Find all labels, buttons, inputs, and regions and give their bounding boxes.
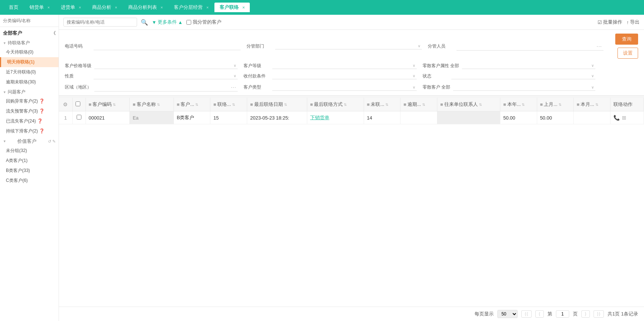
nav-customer-contact[interactable]: 客户联络 × [214,3,250,12]
sort-icon: ⇅ [479,103,482,107]
payment-terms-label: 收付款条件 [244,73,269,79]
page-input[interactable] [556,310,569,318]
td-checkbox[interactable] [72,111,85,124]
department-dropdown[interactable]: ∨ [275,43,422,49]
sidebar-item-overdue-contact[interactable]: 逾期未联络(30) [0,77,59,87]
nav-home[interactable]: 首页 [4,3,24,12]
toolbar-actions: ☑ 批量操作 ↑ 导出 [598,19,640,25]
sort-icon: ⇅ [385,103,388,107]
nav-product-analysis[interactable]: 商品分析 × [87,3,122,12]
collapse-icon[interactable]: 《 [51,30,56,37]
row-checkbox[interactable] [77,115,81,120]
table-body: 1 000021 Ea B类客户 15 2023-05-23 18:25: 下销… [59,111,644,124]
gear-icon: ⚙ [63,101,68,107]
customer-type-dropdown[interactable]: ∨ [272,84,416,91]
manager-input[interactable]: ··· [456,42,603,51]
my-customers-checkbox-label[interactable]: 我分管的客户 [186,19,221,25]
th-current-month: ≡ 本月... ⇅ [574,98,610,111]
sidebar-item-ungrouped[interactable]: 未分组(32) [0,146,59,156]
td-last-method[interactable]: 下销货单 [307,111,364,124]
query-button[interactable]: 查询 [615,34,638,45]
td-code: 000021 [85,111,130,124]
export-button[interactable]: ↑ 导出 [627,19,640,25]
export-icon: ↑ [627,20,629,25]
nav-purchase-order[interactable]: 进货单 × [56,3,86,12]
sidebar-item-class-c[interactable]: C类客户(6) [0,176,59,186]
region-input[interactable]: ··· [94,83,238,92]
group-problem-customers: 问题客户 [0,87,59,96]
next-page-button[interactable]: ⟩ [581,310,590,318]
more-conditions-button[interactable]: ▼ 更多条件 ▲ [152,19,183,25]
close-icon: × [79,5,81,10]
page-label: 第 [547,311,552,317]
all-customers-header: 全部客户 《 [0,27,59,38]
sort-icon: ⇅ [157,103,160,107]
chevron-down-icon: ∨ [234,63,236,68]
sidebar-search-container: 🔍 [0,15,59,27]
chevron-down-icon: ∨ [413,74,415,78]
phone-input[interactable] [94,42,241,50]
price-level-dropdown[interactable]: ∨ [94,62,238,69]
sidebar-item-churn-warning[interactable]: 流失预警客户(3) ❓ [0,106,59,116]
last-page-button[interactable]: ⟩⟩ [594,310,604,318]
th-overdue: ≡ 逾期... ⇅ [400,98,437,111]
search-input[interactable] [63,18,137,27]
sidebar-item-class-b[interactable]: B类客户(33) [0,166,59,176]
first-page-button[interactable]: ⟨⟨ [521,310,532,318]
sort-icon: ⇅ [522,103,525,107]
page-unit-label: 页 [573,311,578,317]
group-value-customers: 价值客户 ↺ ✎ [0,136,59,146]
th-name: ≡ 客户名称 ⇅ [130,98,174,111]
phone-action-icon[interactable]: 📞 [613,115,620,121]
sales-order-link[interactable]: 下销货单 [310,115,329,120]
chevron-down-icon: ∨ [591,63,594,68]
sidebar-item-7days-contact[interactable]: 近7天待联络(0) [0,67,59,77]
more-icon: ··· [596,43,602,49]
retail-customer-dropdown[interactable]: ∨ [453,84,595,91]
sidebar-item-declining[interactable]: 持续下滑客户(2) ❓ [0,126,59,136]
search-button[interactable]: 🔍 [141,19,148,26]
sidebar-item-today-contact[interactable]: 今天待联络(0) [0,47,59,57]
select-all-checkbox[interactable] [76,101,80,106]
close-icon: × [115,5,117,10]
filter-department: 分管部门 ∨ [246,43,422,49]
nature-dropdown[interactable]: ∨ [94,73,238,79]
per-page-label: 每页显示 [475,311,494,317]
filter-retail-attr: 零散客户属性 全部 ∨ [423,62,595,69]
sidebar-item-tomorrow-contact[interactable]: 明天待联络(1) [0,57,59,67]
my-customers-checkbox[interactable] [186,20,191,25]
sort-icon: ⇅ [595,103,598,107]
td-actions: 📞 ⊞ [610,111,644,124]
td-name: Ea [130,111,174,124]
grid-action-icon[interactable]: ⊞ [622,115,626,121]
checkbox-icon: ☑ [598,20,602,25]
td-last-month: 50.00 [537,111,574,124]
th-checkbox[interactable] [72,98,85,111]
close-icon: × [242,5,245,10]
nav-product-analysis-list[interactable]: 商品分析列表 × [123,3,168,12]
sidebar-search-input[interactable] [3,18,58,23]
manager-label: 分管人员 [428,43,454,49]
sidebar-item-class-a[interactable]: A类客户(1) [0,156,59,166]
sidebar-item-abnormal-repurchase[interactable]: 回购异常客户(2) ❓ [0,96,59,106]
prev-page-button[interactable]: ⟨ [535,310,544,318]
total-records: 共1页 1条记录 [608,311,638,317]
per-page-select[interactable]: 50 100 200 [497,310,518,318]
filter-phone: 电话号码 [65,42,241,50]
region-label: 区域（地区） [65,84,91,90]
settings-button[interactable]: 设置 [617,48,638,59]
nature-label: 性质 [65,73,91,79]
payment-terms-dropdown[interactable]: ∨ [272,73,416,79]
batch-action-button[interactable]: ☑ 批量操作 [598,19,622,25]
th-contact-person: ≡ 往来单位联系人 ⇅ [437,98,500,111]
sidebar-item-churned[interactable]: 已流失客户(24) ❓ [0,116,59,126]
sort-icon: ⇅ [344,103,347,107]
content-area: 🔍 ▼ 更多条件 ▲ 我分管的客户 ☑ 批量操作 ↑ 导出 [59,15,644,321]
nav-sales-order[interactable]: 销货单 × [24,3,55,12]
status-dropdown[interactable]: ∨ [451,73,595,79]
nav-customer-stratification[interactable]: 客户分层经营 × [169,3,214,12]
customer-level-dropdown[interactable]: ∨ [272,62,416,69]
th-gear[interactable]: ⚙ [59,98,72,111]
retail-attr-dropdown[interactable]: ∨ [462,62,595,69]
main-layout: 🔍 全部客户 《 待联络客户 今天待联络(0) 明天待联络(1) 近7天待联络(… [0,15,644,321]
